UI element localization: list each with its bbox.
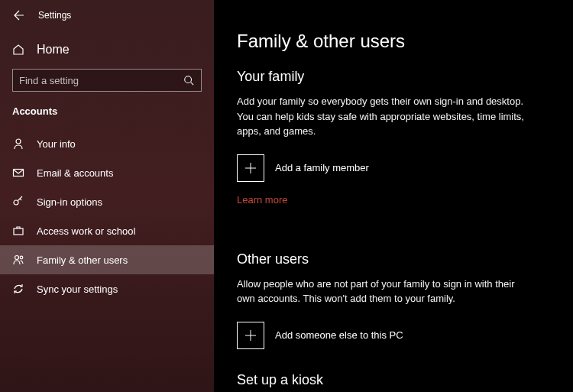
svg-point-0 <box>185 76 192 83</box>
sidebar: Settings Home Accounts Your <box>0 0 214 392</box>
nav-item-label: Sign-in options <box>37 196 102 208</box>
svg-point-3 <box>14 200 18 205</box>
search-box[interactable] <box>12 69 202 92</box>
nav-list: Your info Email & accounts Sign-in optio… <box>0 129 214 303</box>
svg-point-1 <box>16 139 21 144</box>
window-title: Settings <box>38 10 71 21</box>
nav-item-label: Your info <box>37 138 76 150</box>
nav-item-label: Access work or school <box>37 225 135 237</box>
nav-item-access-work-school[interactable]: Access work or school <box>0 216 214 245</box>
email-icon <box>12 167 24 179</box>
nav-item-your-info[interactable]: Your info <box>0 129 214 158</box>
svg-point-6 <box>20 256 23 259</box>
nav-item-label: Email & accounts <box>37 167 113 179</box>
section-title-kiosk: Set up a kiosk <box>237 372 550 388</box>
home-label: Home <box>37 43 70 57</box>
plus-icon <box>237 322 264 349</box>
add-family-label: Add a family member <box>275 162 369 173</box>
nav-item-signin-options[interactable]: Sign-in options <box>0 187 214 216</box>
other-users-description: Allow people who are not part of your fa… <box>237 277 527 306</box>
search-icon <box>183 74 195 86</box>
main-content: Family & other users Your family Add you… <box>214 0 573 392</box>
svg-point-5 <box>15 256 19 260</box>
sidebar-home[interactable]: Home <box>0 35 214 64</box>
sync-icon <box>12 283 24 295</box>
home-icon <box>12 44 24 56</box>
section-title-other-users: Other users <box>237 251 550 267</box>
nav-item-family-other-users[interactable]: Family & other users <box>0 245 214 274</box>
sidebar-header: Settings <box>0 9 214 31</box>
section-title-family: Your family <box>237 69 550 85</box>
nav-item-email-accounts[interactable]: Email & accounts <box>0 158 214 187</box>
add-family-member-button[interactable]: Add a family member <box>237 154 550 182</box>
nav-item-sync-settings[interactable]: Sync your settings <box>0 274 214 303</box>
category-label: Accounts <box>0 102 214 123</box>
family-description: Add your family so everybody gets their … <box>237 94 527 139</box>
learn-more-link[interactable]: Learn more <box>237 194 287 206</box>
add-someone-else-button[interactable]: Add someone else to this PC <box>237 322 550 349</box>
nav-item-label: Sync your settings <box>37 283 118 295</box>
nav-item-label: Family & other users <box>37 254 128 266</box>
person-icon <box>12 138 24 150</box>
briefcase-icon <box>12 225 24 237</box>
search-input[interactable] <box>19 75 178 86</box>
page-title: Family & other users <box>237 31 550 52</box>
family-icon <box>12 254 24 266</box>
svg-rect-4 <box>14 228 23 235</box>
plus-icon <box>237 154 264 182</box>
back-arrow-icon[interactable] <box>12 9 24 21</box>
key-icon <box>12 196 24 208</box>
add-someone-label: Add someone else to this PC <box>275 329 403 341</box>
